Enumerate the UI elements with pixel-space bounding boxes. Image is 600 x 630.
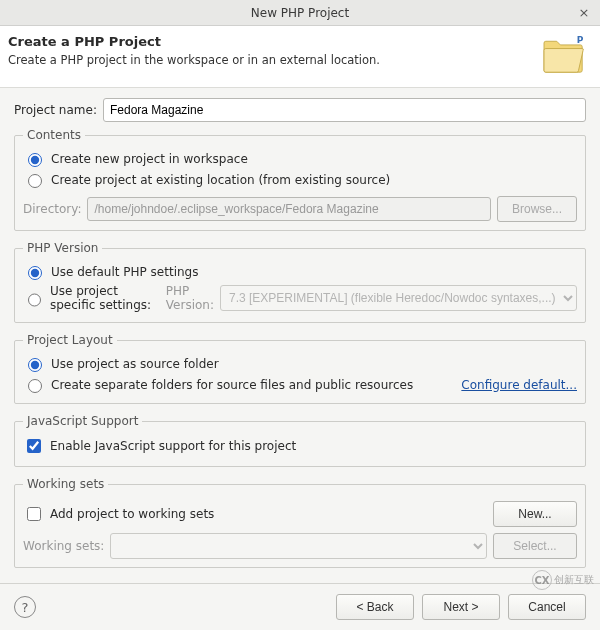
page-title: Create a PHP Project — [8, 34, 542, 49]
configure-default-link[interactable]: Configure default... — [461, 378, 577, 392]
working-sets-legend: Working sets — [23, 477, 108, 491]
radio-default-php[interactable]: Use default PHP settings — [23, 261, 577, 282]
radio-create-workspace[interactable]: Create new project in workspace — [23, 148, 577, 169]
browse-button: Browse... — [497, 196, 577, 222]
radio-create-workspace-label: Create new project in workspace — [51, 152, 248, 166]
enable-js-checkbox-row[interactable]: Enable JavaScript support for this proje… — [23, 434, 577, 458]
radio-specific-php-label: Use project specific settings: — [50, 284, 158, 312]
select-ws-button: Select... — [493, 533, 577, 559]
project-name-label: Project name: — [14, 103, 97, 117]
radio-source-folder-input[interactable] — [28, 358, 42, 372]
radio-existing-location-label: Create project at existing location (fro… — [51, 173, 390, 187]
php-version-group: PHP Version Use default PHP settings Use… — [14, 241, 586, 323]
enable-js-label: Enable JavaScript support for this proje… — [50, 439, 296, 453]
radio-existing-location-input[interactable] — [28, 174, 42, 188]
php-folder-icon: P — [542, 34, 586, 77]
directory-label: Directory: — [23, 202, 81, 216]
back-button[interactable]: < Back — [336, 594, 414, 620]
radio-source-folder[interactable]: Use project as source folder — [23, 353, 577, 374]
directory-input — [87, 197, 491, 221]
wizard-header: Create a PHP Project Create a PHP projec… — [0, 26, 600, 88]
cancel-button[interactable]: Cancel — [508, 594, 586, 620]
add-to-ws-label: Add project to working sets — [50, 507, 214, 521]
titlebar: New PHP Project × — [0, 0, 600, 26]
radio-create-workspace-input[interactable] — [28, 153, 42, 167]
working-sets-label: Working sets: — [23, 539, 104, 553]
radio-default-php-input[interactable] — [28, 266, 42, 280]
radio-source-folder-label: Use project as source folder — [51, 357, 219, 371]
contents-legend: Contents — [23, 128, 85, 142]
php-version-label: PHP Version: — [166, 284, 214, 312]
working-sets-group: Working sets Add project to working sets… — [14, 477, 586, 568]
next-button[interactable]: Next > — [422, 594, 500, 620]
php-version-select: 7.3 [EXPERIMENTAL] (flexible Heredoc/Now… — [220, 285, 577, 311]
radio-separate-folders-label: Create separate folders for source files… — [51, 378, 413, 392]
radio-existing-location[interactable]: Create project at existing location (fro… — [23, 169, 577, 190]
radio-separate-folders[interactable]: Create separate folders for source files… — [23, 374, 413, 395]
js-support-group: JavaScript Support Enable JavaScript sup… — [14, 414, 586, 467]
window-title: New PHP Project — [0, 6, 600, 20]
radio-separate-folders-input[interactable] — [28, 379, 42, 393]
page-subtitle: Create a PHP project in the workspace or… — [8, 53, 542, 67]
close-icon[interactable]: × — [576, 4, 592, 20]
add-to-ws-row[interactable]: Add project to working sets — [23, 502, 487, 526]
wizard-footer: ? < Back Next > Cancel — [0, 583, 600, 630]
js-support-legend: JavaScript Support — [23, 414, 142, 428]
radio-specific-php-input[interactable] — [28, 293, 41, 307]
new-ws-button[interactable]: New... — [493, 501, 577, 527]
php-version-legend: PHP Version — [23, 241, 102, 255]
contents-group: Contents Create new project in workspace… — [14, 128, 586, 231]
project-layout-group: Project Layout Use project as source fol… — [14, 333, 586, 404]
svg-text:P: P — [577, 35, 584, 45]
add-to-ws-checkbox[interactable] — [27, 507, 41, 521]
radio-default-php-label: Use default PHP settings — [51, 265, 198, 279]
project-layout-legend: Project Layout — [23, 333, 117, 347]
help-icon[interactable]: ? — [14, 596, 36, 618]
enable-js-checkbox[interactable] — [27, 439, 41, 453]
working-sets-select — [110, 533, 487, 559]
project-name-input[interactable] — [103, 98, 586, 122]
